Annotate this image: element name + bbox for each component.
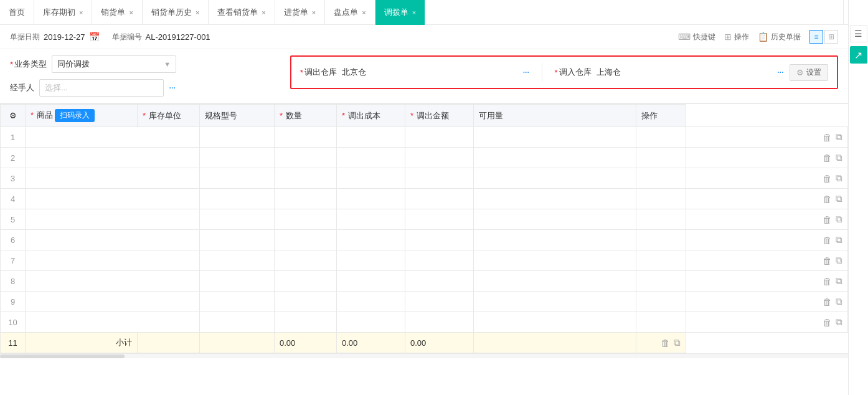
- product-cell[interactable]: [26, 148, 200, 168]
- spec-cell[interactable]: [275, 312, 337, 333]
- amount-cell[interactable]: [474, 127, 636, 148]
- product-cell[interactable]: [26, 230, 200, 250]
- unit-cell[interactable]: [200, 189, 275, 209]
- right-panel-list-button[interactable]: ☰: [850, 25, 867, 42]
- amount-cell[interactable]: [474, 148, 636, 168]
- cost-cell[interactable]: [405, 312, 474, 333]
- cost-cell[interactable]: [405, 250, 474, 271]
- unit-cell[interactable]: [200, 148, 275, 168]
- spec-cell[interactable]: [275, 189, 337, 209]
- qty-cell[interactable]: [337, 209, 405, 230]
- layout-list-btn[interactable]: ≡: [809, 30, 823, 44]
- amount-cell[interactable]: [474, 209, 636, 230]
- handler-more-button[interactable]: ···: [169, 82, 175, 93]
- qty-cell[interactable]: [337, 127, 405, 148]
- calendar-icon[interactable]: 📅: [89, 32, 100, 42]
- delete-icon[interactable]: 🗑: [823, 297, 832, 307]
- unit-cell[interactable]: [200, 312, 275, 333]
- tab-sales-close[interactable]: ×: [129, 9, 133, 16]
- copy-icon[interactable]: ⧉: [836, 296, 842, 307]
- delete-icon[interactable]: 🗑: [823, 235, 832, 245]
- unit-cell[interactable]: [200, 271, 275, 292]
- right-panel-export-button[interactable]: ↗: [850, 46, 867, 64]
- operations-button[interactable]: ⊞ 操作: [724, 32, 749, 42]
- cost-cell[interactable]: [405, 230, 474, 250]
- qty-cell[interactable]: [337, 189, 405, 209]
- amount-cell[interactable]: [474, 292, 636, 312]
- delete-icon[interactable]: 🗑: [823, 173, 832, 184]
- amount-cell[interactable]: [474, 250, 636, 271]
- copy-icon[interactable]: ⧉: [836, 152, 842, 163]
- qty-cell[interactable]: [337, 168, 405, 189]
- cost-cell[interactable]: [405, 127, 474, 148]
- product-cell[interactable]: [26, 271, 200, 292]
- spec-cell[interactable]: [275, 148, 337, 168]
- th-gear[interactable]: ⚙: [1, 105, 26, 127]
- business-type-select[interactable]: 同价调拨 ▼: [52, 55, 176, 73]
- amount-cell[interactable]: [474, 230, 636, 250]
- product-cell[interactable]: [26, 168, 200, 189]
- tab-stock-init[interactable]: 库存期初 ×: [34, 0, 92, 25]
- unit-cell[interactable]: [200, 250, 275, 271]
- copy-icon[interactable]: ⧉: [836, 234, 842, 245]
- cost-cell[interactable]: [405, 189, 474, 209]
- setting-button[interactable]: ⚙ 设置: [790, 64, 828, 81]
- spec-cell[interactable]: [275, 209, 337, 230]
- tab-sales[interactable]: 销货单 ×: [92, 0, 142, 25]
- qty-cell[interactable]: [337, 230, 405, 250]
- copy-icon[interactable]: ⧉: [836, 316, 842, 328]
- tab-home[interactable]: 首页: [0, 0, 34, 25]
- tab-sales-history-close[interactable]: ×: [196, 9, 199, 16]
- warehouse-in-more-button[interactable]: ···: [777, 67, 783, 78]
- tab-inventory-close[interactable]: ×: [362, 9, 366, 16]
- amount-cell[interactable]: [474, 312, 636, 333]
- tab-stock-init-close[interactable]: ×: [79, 9, 83, 16]
- copy-icon[interactable]: ⧉: [836, 131, 842, 143]
- history-button[interactable]: 📋 历史单据: [758, 32, 801, 42]
- warehouse-out-more-button[interactable]: ···: [522, 67, 529, 78]
- amount-cell[interactable]: [474, 189, 636, 209]
- copy-icon[interactable]: ⧉: [836, 275, 842, 287]
- cost-cell[interactable]: [405, 168, 474, 189]
- product-cell[interactable]: [26, 209, 200, 230]
- delete-icon[interactable]: 🗑: [823, 153, 832, 163]
- qty-cell[interactable]: [337, 148, 405, 168]
- delete-icon[interactable]: 🗑: [823, 276, 832, 287]
- copy-icon[interactable]: ⧉: [836, 193, 842, 204]
- horizontal-scrollbar[interactable]: [0, 353, 848, 358]
- qty-cell[interactable]: [337, 292, 405, 312]
- product-cell[interactable]: [26, 250, 200, 271]
- delete-icon[interactable]: 🗑: [823, 214, 832, 225]
- product-cell[interactable]: [26, 312, 200, 333]
- delete-icon[interactable]: 🗑: [823, 255, 832, 266]
- spec-cell[interactable]: [275, 271, 337, 292]
- tab-purchase-close[interactable]: ×: [312, 9, 316, 16]
- cost-cell[interactable]: [405, 271, 474, 292]
- tab-view-sales-close[interactable]: ×: [262, 9, 265, 16]
- copy-icon[interactable]: ⧉: [836, 255, 842, 266]
- product-cell[interactable]: [26, 189, 200, 209]
- delete-icon[interactable]: 🗑: [823, 194, 832, 204]
- qty-cell[interactable]: [337, 250, 405, 271]
- spec-cell[interactable]: [275, 292, 337, 312]
- cost-cell[interactable]: [405, 292, 474, 312]
- subtotal-copy-icon[interactable]: ⧉: [674, 337, 681, 348]
- handler-select[interactable]: 选择...: [39, 79, 164, 97]
- cost-cell[interactable]: [405, 209, 474, 230]
- tab-purchase[interactable]: 进货单 ×: [275, 0, 325, 25]
- unit-cell[interactable]: [200, 168, 275, 189]
- tab-transfer[interactable]: 调拨单 ×: [375, 0, 425, 25]
- tab-transfer-close[interactable]: ×: [412, 9, 416, 16]
- subtotal-delete-icon[interactable]: 🗑: [661, 338, 670, 348]
- product-cell[interactable]: [26, 127, 200, 148]
- delete-icon[interactable]: 🗑: [823, 317, 832, 328]
- copy-icon[interactable]: ⧉: [836, 214, 842, 225]
- unit-cell[interactable]: [200, 127, 275, 148]
- scan-entry-button[interactable]: 扫码录入: [55, 109, 95, 122]
- cost-cell[interactable]: [405, 148, 474, 168]
- spec-cell[interactable]: [275, 127, 337, 148]
- amount-cell[interactable]: [474, 168, 636, 189]
- shortcuts-button[interactable]: ⌨ 快捷键: [678, 32, 715, 42]
- unit-cell[interactable]: [200, 230, 275, 250]
- unit-cell[interactable]: [200, 209, 275, 230]
